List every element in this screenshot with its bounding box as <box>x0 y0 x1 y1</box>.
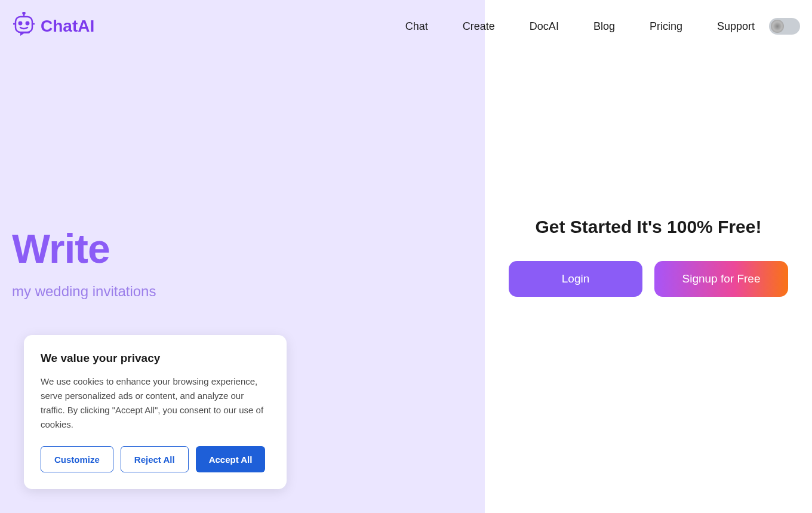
svg-point-4 <box>26 22 29 24</box>
svg-rect-2 <box>16 17 32 32</box>
logo-link[interactable]: ChatAI <box>12 12 94 41</box>
header: ChatAI Chat Create DocAI Blog Pricing Su… <box>0 0 812 53</box>
hero-subtitle: my wedding invitations <box>12 283 156 300</box>
nav-item-support[interactable]: Support <box>717 20 755 33</box>
robot-icon <box>12 12 36 41</box>
cookie-title: We value your privacy <box>41 352 270 365</box>
theme-toggle-knob <box>771 20 784 33</box>
nav-item-pricing[interactable]: Pricing <box>650 20 682 33</box>
hero-title: Write <box>12 228 156 269</box>
hero-content: Write my wedding invitations <box>12 228 156 300</box>
right-panel: Get Started It's 100% Free! Login Signup… <box>485 0 812 513</box>
customize-button[interactable]: Customize <box>41 446 113 472</box>
theme-toggle[interactable] <box>769 18 800 35</box>
left-panel: Write my wedding invitations We value yo… <box>0 0 485 513</box>
login-button[interactable]: Login <box>509 261 642 297</box>
main-nav: Chat Create DocAI Blog Pricing Support <box>405 18 800 35</box>
page-container: Write my wedding invitations We value yo… <box>0 0 812 513</box>
svg-point-1 <box>23 13 25 14</box>
reject-all-button[interactable]: Reject All <box>121 446 189 472</box>
nav-item-create[interactable]: Create <box>463 20 495 33</box>
logo-text: ChatAI <box>41 17 94 36</box>
accept-all-button[interactable]: Accept All <box>196 446 266 472</box>
svg-point-3 <box>19 22 21 24</box>
nav-item-docai[interactable]: DocAI <box>530 20 559 33</box>
cookie-body: We use cookies to enhance your browsing … <box>41 374 270 432</box>
cookie-buttons: Customize Reject All Accept All <box>41 446 270 472</box>
nav-item-blog[interactable]: Blog <box>593 20 615 33</box>
cookie-banner: We value your privacy We use cookies to … <box>24 335 287 489</box>
cta-heading: Get Started It's 100% Free! <box>536 217 762 237</box>
signup-button[interactable]: Signup for Free <box>654 261 788 297</box>
nav-item-chat[interactable]: Chat <box>405 20 428 33</box>
cta-buttons: Login Signup for Free <box>497 261 800 297</box>
